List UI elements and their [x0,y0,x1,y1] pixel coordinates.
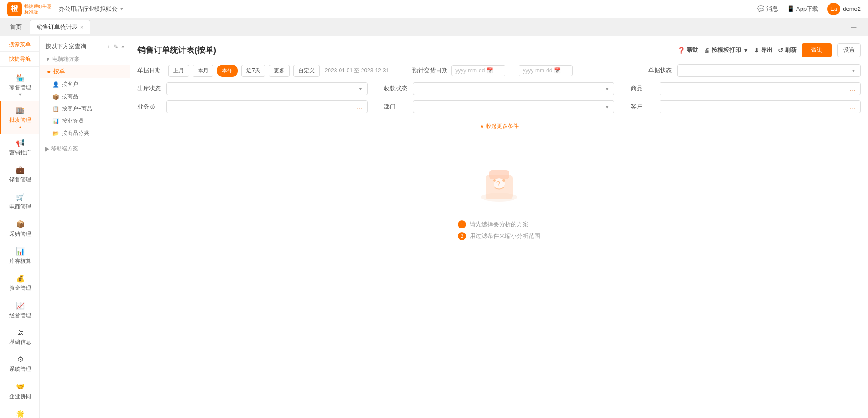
goods-more-icon: … [849,85,856,92]
filter-row-date: 单据日期 上月 本月 本年 近7天 更多 自定义 2023-01-01 至 20… [137,64,861,77]
salesperson-input[interactable]: … [166,100,368,113]
ship-status-col: 出库状态 ▼ [137,82,368,95]
customer-input[interactable]: … [660,100,861,113]
sidebar-item-basic[interactable]: 🗂 基础信息 [0,324,39,351]
scheme-panel-header: 按以下方案查询 + ✎ « [40,40,130,53]
sidebar-item-sales[interactable]: 💼 销售管理 [0,161,39,188]
empty-hint-list: 1 请先选择要分析的方案 2 用过滤条件来缩小分析范围 [458,220,540,240]
expected-date-start-input[interactable]: yyyy-mm-dd 📅 [451,65,505,76]
scheme-customer-icon: 👤 [52,81,59,88]
date-btn-this-month[interactable]: 本月 [193,65,213,77]
expected-date-end-input[interactable]: yyyy-mm-dd 📅 [519,65,573,76]
export-icon: ⬇ [754,47,759,54]
sidebar-item-inventory[interactable]: 📊 库存核算 [0,242,39,270]
retail-icon: 🏪 [16,73,25,82]
edit-scheme-btn[interactable]: ✎ [113,43,118,50]
tab-home[interactable]: 首页 [4,20,28,34]
main-layout: 搜索菜单 快捷导航 🏪 零售管理 ▼ 🏬 批发管理 ▲ 📢 营销推广 💼 销售管… [0,36,868,418]
date-separator: — [509,67,515,74]
sidebar: 搜索菜单 快捷导航 🏪 零售管理 ▼ 🏬 批发管理 ▲ 📢 营销推广 💼 销售管… [0,36,40,418]
sidebar-search[interactable]: 搜索菜单 [0,36,39,52]
user-area[interactable]: Ea demo2 [827,3,861,15]
bill-date-label: 单据日期 [137,66,163,75]
goods-input[interactable]: … [660,82,861,95]
page-title-row: 销售订单统计表(按单) ❓ 帮助 🖨 按模板打印 ▼ ⬇ 导出 [137,43,861,57]
purchase-icon: 📦 [16,220,25,228]
system-icon: ⚙ [17,355,24,364]
sidebar-item-wholesale[interactable]: 🏬 批发管理 ▲ [0,101,39,134]
scheme-by-order[interactable]: ● 按单 [40,65,130,78]
collapse-bar[interactable]: ∧ 收起更多条件 [137,119,861,134]
top-menu-title[interactable]: 办公用品行业模拟账套 ▼ [59,5,124,13]
message-btn[interactable]: 💬 消息 [757,5,778,13]
enterprise-icon: 🤝 [16,382,25,391]
scheme-by-product[interactable]: 📦 按商品 [40,90,130,103]
sidebar-item-purchase[interactable]: 📦 采购管理 [0,215,39,242]
salesperson-col: 业务员 … [137,100,368,113]
collapse-scheme-btn[interactable]: « [121,43,124,50]
template-print-btn[interactable]: 🖨 按模板打印 ▼ [704,43,749,57]
scheme-panel-actions: + ✎ « [107,43,124,50]
marketing-icon: 📢 [16,138,25,147]
bill-status-arrow: ▼ [851,68,856,73]
scheme-by-salesperson[interactable]: 📊 按业务员 [40,115,130,127]
empty-state: ? 1 请先选择要分析的方案 2 用过滤条件来缩小分析范围 [137,134,861,267]
hint-num-1: 1 [458,220,466,228]
sidebar-item-system[interactable]: ⚙ 系统管理 [0,351,39,378]
date-btn-more[interactable]: 更多 [269,65,290,77]
refresh-btn[interactable]: ↺ 刷新 [778,43,797,57]
page-title: 销售订单统计表(按单) [137,45,216,56]
calendar-end-icon: 📅 [554,67,561,74]
ship-status-select[interactable]: ▼ [166,82,368,95]
tab-close-btn[interactable]: × [80,24,83,30]
sidebar-item-guide[interactable]: 🌟 新手引导 [0,405,39,418]
scheme-pc-section: ▼ 电脑端方案 [40,53,130,65]
department-label: 部门 [384,103,409,111]
date-btn-custom[interactable]: 自定义 [293,65,320,77]
bill-status-label: 单据状态 [648,66,674,75]
sidebar-item-retail[interactable]: 🏪 零售管理 ▼ [0,69,39,101]
settings-btn[interactable]: 设置 [837,43,861,57]
print-icon: 🖨 [704,47,710,54]
empty-illustration: ? [472,161,526,215]
query-btn[interactable]: 查询 [802,43,832,57]
sidebar-item-marketing[interactable]: 📢 营销推广 [0,134,39,161]
logo-area: 橙 畅捷通好生意 标准版 [7,2,52,16]
ship-status-arrow: ▼ [358,86,363,91]
date-btn-this-year[interactable]: 本年 [217,65,238,77]
export-btn[interactable]: ⬇ 导出 [754,43,773,57]
sidebar-item-operations[interactable]: 📈 经营管理 [0,297,39,324]
salesperson-more-icon: … [356,103,363,110]
sidebar-item-enterprise[interactable]: 🤝 企业协同 [0,378,39,405]
tab-maximize-btn[interactable]: □ [860,23,864,31]
date-range-display: 2023-01-01 至 2023-12-31 [325,67,389,75]
receipt-status-select[interactable]: ▼ [413,82,614,95]
sidebar-item-finance[interactable]: 💰 资金管理 [0,270,39,297]
scheme-salesperson-icon: 📊 [52,118,59,124]
app-download-btn[interactable]: 📱 App下载 [787,5,818,13]
department-select[interactable]: ▼ [413,100,614,113]
scheme-by-cust-prod[interactable]: 📋 按客户+商品 [40,103,130,115]
sidebar-item-ecommerce[interactable]: 🛒 电商管理 [0,188,39,215]
goods-col: 商品 … [631,82,861,95]
bill-status-select[interactable]: ▼ [677,64,861,77]
expected-date-label: 预计交货日期 [412,66,448,75]
svg-text:?: ? [496,180,500,187]
receipt-status-col: 收款状态 ▼ [384,82,614,95]
tab-minimize-btn[interactable]: ─ [851,23,856,31]
help-btn[interactable]: ❓ 帮助 [678,43,698,57]
tab-sales-order-stats[interactable]: 销售订单统计表 × [30,20,90,34]
date-btn-7days[interactable]: 近7天 [241,65,265,77]
username: demo2 [843,5,861,12]
receipt-status-arrow: ▼ [605,86,609,91]
logo-icon: 橙 [7,2,22,16]
date-btn-last-month[interactable]: 上月 [168,65,189,77]
hint-num-2: 2 [458,232,466,240]
customer-label: 客户 [631,103,656,111]
sidebar-quick-nav[interactable]: 快捷导航 [0,52,39,67]
scheme-by-customer[interactable]: 👤 按客户 [40,78,130,90]
department-arrow: ▼ [605,104,609,109]
message-icon: 💬 [757,5,764,12]
scheme-by-category[interactable]: 📂 按商品分类 [40,127,130,139]
add-scheme-btn[interactable]: + [107,43,111,50]
